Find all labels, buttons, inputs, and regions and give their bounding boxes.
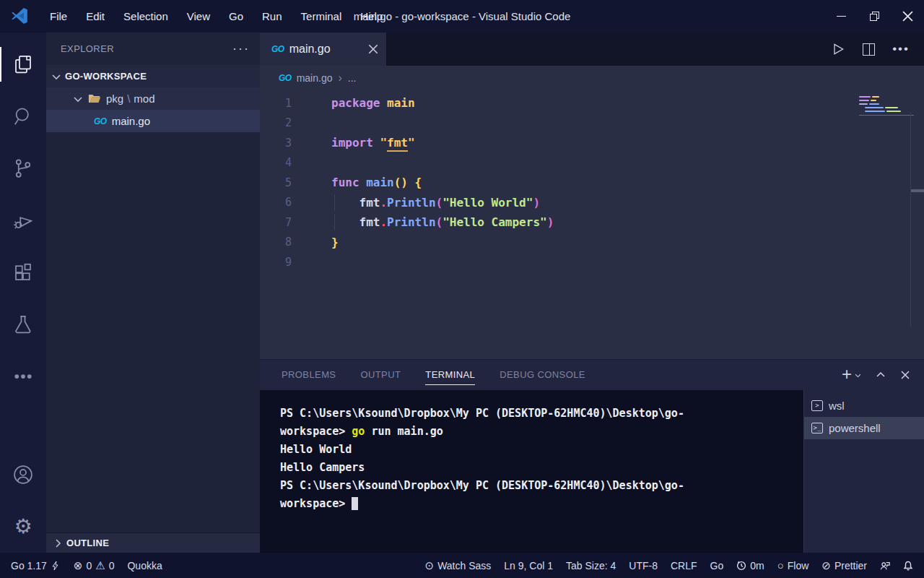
line-number: 3 (260, 137, 306, 150)
person-feedback-icon (880, 561, 890, 571)
menu-item-go[interactable]: Go (219, 0, 253, 33)
editor-more-actions-button[interactable]: ••• (892, 42, 910, 56)
line-number: 5 (260, 176, 306, 189)
panel-tab-problems[interactable]: PROBLEMS (282, 365, 336, 385)
line-number: 1 (260, 97, 306, 110)
watch-icon: ⊙ (425, 560, 435, 571)
terminal-tab-wsl[interactable]: >wsl (804, 394, 924, 417)
status-timer[interactable]: 0m (730, 553, 770, 578)
outline-label: OUTLINE (66, 538, 109, 548)
close-icon (902, 11, 913, 22)
terminal-icon: >_ (811, 423, 823, 434)
circle-icon: ○ (777, 560, 784, 571)
code-line: 8} (260, 233, 924, 253)
close-panel-button[interactable] (899, 369, 911, 381)
terminal-line: PS C:\Users\Ksound\Dropbox\My PC (DESKTO… (280, 405, 792, 423)
maximize-panel-button[interactable] (875, 369, 886, 381)
activity-extensions-button[interactable] (0, 246, 46, 298)
terminal-line: Hello Campers (280, 459, 792, 477)
workspace-label: GO-WORKSPACE (65, 71, 147, 82)
breadcrumb-symbol[interactable]: ... (348, 72, 357, 84)
bell-icon (903, 561, 913, 571)
sidebar-more-actions-button[interactable]: ··· (232, 41, 250, 56)
editor-scrollbar[interactable] (911, 189, 924, 192)
explorer-sidebar: EXPLORER ··· GO-WORKSPACE pkg \ mod (46, 33, 260, 553)
breadcrumb[interactable]: GO main.go › ... (260, 66, 924, 90)
go-file-icon: GO (94, 116, 107, 126)
terminal-output[interactable]: PS C:\Users\Ksound\Dropbox\My PC (DESKTO… (260, 390, 803, 553)
new-terminal-button[interactable]: + (842, 368, 862, 383)
code-line: 1package main (260, 93, 924, 113)
terminal-line: workspace> go run main.go (280, 423, 792, 441)
tab-label: main.go (289, 43, 331, 56)
activity-run-debug-button[interactable] (0, 194, 46, 246)
panel-tab-output[interactable]: OUTPUT (360, 365, 401, 385)
menu-item-file[interactable]: File (40, 0, 77, 33)
status-problems[interactable]: ⊗ 0 ⚠ 0 (67, 553, 121, 578)
close-button[interactable] (891, 0, 924, 33)
chevron-down-icon[interactable] (854, 371, 862, 379)
activity-bar: ⚙ (0, 33, 46, 553)
status-eol[interactable]: CRLF (664, 553, 704, 578)
slash-circle-icon: ⊘ (821, 560, 831, 571)
terminal-tab-powershell[interactable]: >_powershell (804, 417, 924, 439)
menu-item-terminal[interactable]: Terminal (292, 0, 352, 33)
tree-item-pkg-mod-folder[interactable]: pkg \ mod (46, 87, 260, 110)
activity-testing-button[interactable] (0, 298, 46, 350)
status-prettier[interactable]: ⊘ Prettier (815, 553, 873, 578)
restore-icon (870, 12, 879, 21)
menu-item-edit[interactable]: Edit (77, 0, 114, 33)
code-line: 5func main() { (260, 173, 924, 193)
code-line: 4 (260, 153, 924, 173)
feedback-button[interactable] (873, 553, 897, 578)
menu-bar: FileEditSelectionViewGoRunTerminalHelp (40, 0, 392, 33)
minimize-button[interactable] (824, 0, 858, 33)
status-quokka[interactable]: Quokka (121, 553, 168, 578)
status-flow[interactable]: ○ Flow (771, 553, 816, 578)
code-line: 2 (260, 113, 924, 134)
notifications-button[interactable] (897, 553, 920, 578)
status-watch-sass[interactable]: ⊙ Watch Sass (419, 553, 498, 578)
tree-item-workspace[interactable]: GO-WORKSPACE (46, 65, 260, 87)
editor-tab-bar: GO main.go ••• (260, 33, 924, 66)
tab-main-go[interactable]: GO main.go (260, 33, 386, 66)
activity-more-button[interactable] (0, 350, 46, 402)
run-code-button[interactable] (831, 42, 845, 56)
outline-section-header[interactable]: OUTLINE (46, 532, 260, 553)
go-file-icon: GO (279, 73, 292, 83)
restore-button[interactable] (858, 0, 891, 33)
menu-item-help[interactable]: Help (351, 0, 392, 33)
panel-tab-terminal[interactable]: TERMINAL (425, 365, 475, 385)
tab-close-button[interactable] (367, 43, 379, 55)
breadcrumb-file[interactable]: main.go (297, 72, 333, 84)
split-editor-button[interactable] (863, 43, 875, 56)
status-cursor-position[interactable]: Ln 9, Col 1 (497, 553, 559, 578)
code-line: 6 fmt.Println("Hello World") (260, 193, 924, 213)
breadcrumb-separator: › (338, 72, 341, 85)
activity-search-button[interactable] (0, 90, 46, 142)
account-button[interactable] (0, 449, 46, 501)
menu-item-selection[interactable]: Selection (114, 0, 178, 33)
folder-name: pkg (106, 92, 123, 105)
activity-explorer-button[interactable] (0, 38, 46, 90)
settings-button[interactable]: ⚙ (0, 501, 46, 553)
status-tab-size[interactable]: Tab Size: 4 (559, 553, 622, 578)
status-encoding[interactable]: UTF-8 (622, 553, 664, 578)
line-number: 9 (260, 256, 306, 269)
vscode-window: FileEditSelectionViewGoRunTerminalHelp m… (0, 0, 924, 578)
minimap[interactable] (859, 96, 914, 116)
run-and-debug-icon (12, 210, 34, 231)
menu-item-view[interactable]: View (178, 0, 219, 33)
status-go-version[interactable]: Go 1.17 (4, 553, 67, 578)
menu-item-run[interactable]: Run (253, 0, 292, 33)
bottom-panel: PROBLEMSOUTPUTTERMINALDEBUG CONSOLE + PS… (260, 359, 924, 553)
tree-item-main-go[interactable]: GO main.go (46, 110, 260, 132)
panel-tab-debug-console[interactable]: DEBUG CONSOLE (500, 365, 585, 385)
files-icon (12, 53, 34, 75)
code-line: 3import "fmt" (260, 133, 924, 153)
code-line: 9 (260, 252, 924, 272)
activity-source-control-button[interactable] (0, 142, 46, 194)
status-language[interactable]: Go (704, 553, 731, 578)
code-editor[interactable]: 1package main23import "fmt"45func main()… (260, 90, 924, 359)
chevron-down-icon (51, 71, 62, 82)
